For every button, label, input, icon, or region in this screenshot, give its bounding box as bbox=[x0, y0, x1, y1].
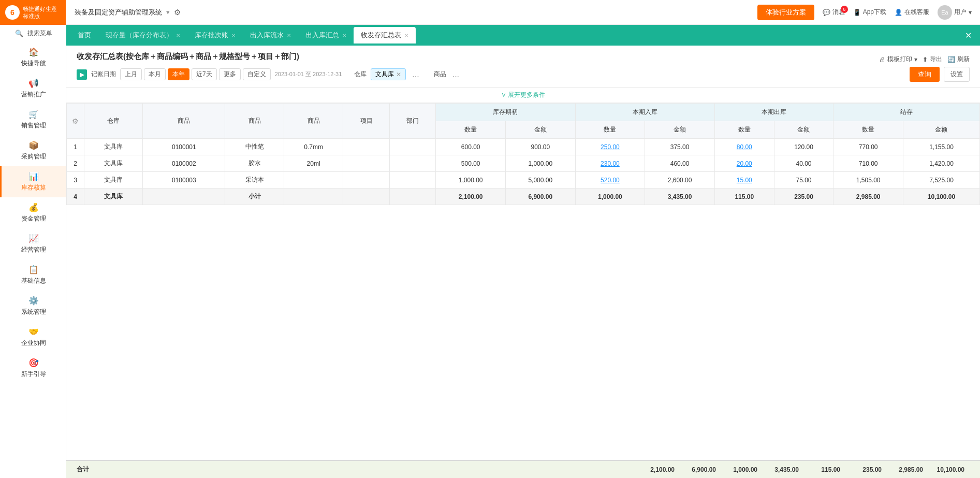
cell-out-qty[interactable]: 15.00 bbox=[714, 172, 774, 189]
footer-opening-qty: 2,100.00 bbox=[638, 466, 680, 473]
cell-in-amt: 375.00 bbox=[645, 139, 715, 155]
th-closing-qty: 数量 bbox=[833, 121, 903, 139]
th-inbound-group: 本期入库 bbox=[575, 104, 714, 121]
sidebar-item-newbie[interactable]: 🎯 新手引导 bbox=[0, 353, 66, 384]
newbie-icon: 🎯 bbox=[28, 358, 39, 368]
cell-out-qty[interactable]: 20.00 bbox=[714, 155, 774, 172]
cell-out-amt: 75.00 bbox=[774, 172, 833, 189]
message-icon-item[interactable]: 💬 消息 6 bbox=[823, 8, 845, 17]
set-button[interactable]: 设置 bbox=[944, 67, 970, 82]
goods-more-btn[interactable]: ... bbox=[450, 70, 461, 79]
refresh-btn[interactable]: 🔄 刷新 bbox=[947, 55, 970, 64]
settings-icon[interactable]: ⚙ bbox=[174, 8, 181, 17]
cell-opening-qty: 600.00 bbox=[436, 139, 506, 155]
tab-inout-summary[interactable]: 出入库汇总 ✕ bbox=[298, 27, 354, 44]
footer-label: 合计 bbox=[77, 465, 335, 474]
btn-last-month[interactable]: 上月 bbox=[120, 68, 142, 80]
th-warehouse: 仓库 bbox=[84, 104, 143, 139]
sidebar-item-operations[interactable]: 📈 经营管理 bbox=[0, 228, 66, 259]
footer-closing-qty: 2,985.00 bbox=[887, 466, 928, 473]
btn-this-year[interactable]: 本年 bbox=[168, 68, 189, 80]
data-table: ⚙ 仓库 商品 商品 商品 项目 部门 库存期初 本期入库 本期出库 结存 bbox=[66, 103, 980, 205]
expand-more-btn[interactable]: ∨ 展开更多条件 bbox=[66, 88, 980, 103]
tabbar-close-all[interactable]: ✕ bbox=[961, 31, 976, 40]
sidebar-item-finance[interactable]: 💰 资金管理 bbox=[0, 197, 66, 228]
trial-button[interactable]: 体验行业方案 bbox=[757, 5, 814, 20]
th-closing-amt: 金额 bbox=[903, 121, 979, 139]
user-item[interactable]: Ea 用户 ▾ bbox=[938, 5, 972, 20]
cell-code: 0100001 bbox=[143, 139, 225, 155]
print-template-btn[interactable]: 🖨 模板打印 ▾ bbox=[879, 55, 917, 64]
content-area: 收发存汇总表(按仓库＋商品编码＋商品＋规格型号＋项目＋部门) 🖨 模板打印 ▾ … bbox=[66, 46, 980, 478]
cell-in-qty[interactable]: 250.00 bbox=[575, 139, 645, 155]
tab-receive-summary[interactable]: 收发存汇总表 ✕ bbox=[354, 27, 416, 44]
cell-warehouse: 文具库 bbox=[84, 139, 143, 155]
tab-close-inout-summary[interactable]: ✕ bbox=[342, 33, 346, 38]
cell-warehouse: 文具库 bbox=[84, 189, 143, 205]
sidebar-item-collab[interactable]: 🤝 企业协同 bbox=[0, 322, 66, 353]
sidebar-item-basic[interactable]: 📋 基础信息 bbox=[0, 259, 66, 291]
th-goods-name: 商品 bbox=[225, 104, 284, 139]
export-btn[interactable]: ⬆ 导出 bbox=[923, 55, 942, 64]
cell-opening-qty: 500.00 bbox=[436, 155, 506, 172]
footer-inbound-qty: 1,000.00 bbox=[721, 466, 763, 473]
main-area: 装备及固定资产辅助管理系统 ▾ ⚙ 体验行业方案 💬 消息 6 📱 App下载 … bbox=[66, 0, 980, 478]
th-settings[interactable]: ⚙ bbox=[67, 104, 84, 139]
warehouse-tag: 文具库 ✕ bbox=[371, 68, 406, 80]
btn-this-month[interactable]: 本月 bbox=[144, 68, 166, 80]
tab-stock-dist[interactable]: 现存量（库存分布表） ✕ bbox=[98, 27, 187, 44]
online-service-item[interactable]: 👤 在线客服 bbox=[895, 8, 929, 17]
tab-inout-flow[interactable]: 出入库流水 ✕ bbox=[243, 27, 298, 44]
filter-collapse-btn[interactable]: ▶ bbox=[77, 69, 87, 80]
sidebar-item-purchase[interactable]: 📦 采购管理 bbox=[0, 135, 66, 166]
sidebar-item-inventory[interactable]: 📊 库存核算 bbox=[0, 166, 66, 197]
sidebar-item-search[interactable]: 🔍 搜索菜单 bbox=[0, 25, 66, 42]
cell-opening-amt: 1,000.00 bbox=[505, 155, 575, 172]
warehouse-tag-close[interactable]: ✕ bbox=[396, 71, 401, 78]
avatar: Ea bbox=[938, 5, 952, 20]
cell-in-qty[interactable]: 230.00 bbox=[575, 155, 645, 172]
cell-dept bbox=[389, 155, 435, 172]
cell-in-qty[interactable]: 1,000.00 bbox=[575, 189, 645, 205]
tab-close-inout-flow[interactable]: ✕ bbox=[287, 33, 291, 38]
cell-dept bbox=[389, 172, 435, 189]
cell-out-qty[interactable]: 115.00 bbox=[714, 189, 774, 205]
cell-out-amt: 40.00 bbox=[774, 155, 833, 172]
sidebar: 6 畅捷通好生意 标准版 🔍 搜索菜单 🏠 快捷导航 📢 营销推广 🛒 销售管理… bbox=[0, 0, 66, 478]
sales-icon: 🛒 bbox=[28, 109, 39, 119]
tab-close-batch[interactable]: ✕ bbox=[231, 33, 236, 38]
btn-custom[interactable]: 自定义 bbox=[243, 68, 271, 80]
sidebar-item-system[interactable]: ⚙️ 系统管理 bbox=[0, 291, 66, 322]
th-goods-code: 商品 bbox=[143, 104, 225, 139]
mobile-icon: 📱 bbox=[853, 9, 861, 16]
date-label: 记账日期 bbox=[91, 70, 116, 79]
footer-inbound-amt: 3,435.00 bbox=[763, 466, 804, 473]
btn-recent7[interactable]: 近7天 bbox=[192, 68, 217, 80]
system-dropdown-icon[interactable]: ▾ bbox=[166, 8, 170, 16]
warehouse-more-btn[interactable]: ... bbox=[410, 70, 421, 79]
th-opening-amt: 金额 bbox=[505, 121, 575, 139]
app-download-item[interactable]: 📱 App下载 bbox=[853, 8, 886, 17]
tab-batch[interactable]: 库存批次账 ✕ bbox=[187, 27, 243, 44]
sidebar-item-quicknav[interactable]: 🏠 快捷导航 bbox=[0, 42, 66, 73]
footer-opening-amt: 6,900.00 bbox=[680, 466, 721, 473]
tab-home[interactable]: 首页 bbox=[70, 27, 98, 44]
cell-in-qty[interactable]: 520.00 bbox=[575, 172, 645, 189]
tab-close-receive-summary[interactable]: ✕ bbox=[404, 33, 408, 38]
sidebar-item-marketing[interactable]: 📢 营销推广 bbox=[0, 73, 66, 104]
topbar-right: 体验行业方案 💬 消息 6 📱 App下载 👤 在线客服 Ea 用户 ▾ bbox=[757, 5, 972, 20]
cell-out-qty[interactable]: 80.00 bbox=[714, 139, 774, 155]
query-button[interactable]: 查询 bbox=[910, 67, 940, 82]
cell-opening-qty: 1,000.00 bbox=[436, 172, 506, 189]
cell-closing-amt: 10,100.00 bbox=[903, 189, 979, 205]
sidebar-nav: 🔍 搜索菜单 🏠 快捷导航 📢 营销推广 🛒 销售管理 📦 采购管理 📊 库存核… bbox=[0, 25, 66, 478]
tab-close-stock-dist[interactable]: ✕ bbox=[176, 33, 180, 38]
table-row: 4文具库小计2,100.006,900.001,000.003,435.0011… bbox=[67, 189, 980, 205]
filter-bar: ▶ 记账日期 上月 本月 本年 近7天 更多 自定义 2023-01-01 至 … bbox=[77, 67, 970, 87]
btn-more[interactable]: 更多 bbox=[219, 68, 241, 80]
cell-project bbox=[343, 155, 389, 172]
th-closing-group: 结存 bbox=[833, 104, 980, 121]
marketing-icon: 📢 bbox=[28, 78, 39, 88]
sidebar-item-sales[interactable]: 🛒 销售管理 bbox=[0, 104, 66, 135]
gear-icon[interactable]: ⚙ bbox=[72, 117, 79, 125]
